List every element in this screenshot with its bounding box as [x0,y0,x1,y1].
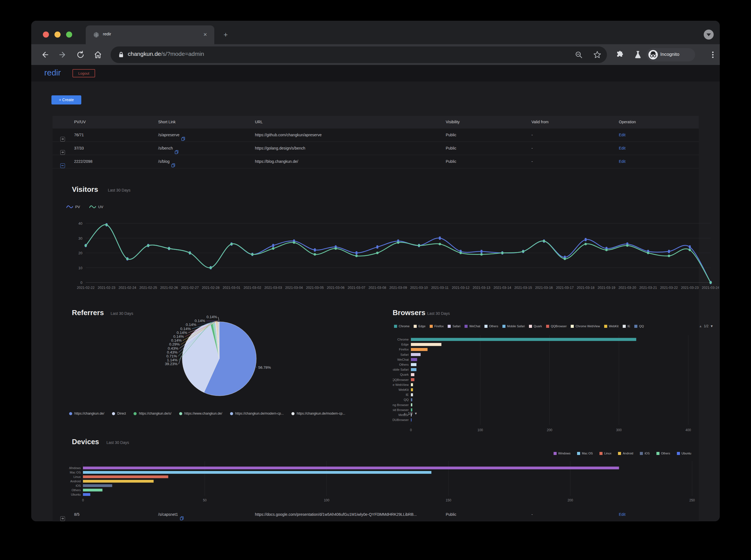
edit-link[interactable]: Edit [619,159,626,164]
legend-label: WebKit [609,324,618,328]
legend-swatch [656,452,659,455]
referrer-legend-item[interactable]: Direct [112,412,126,416]
short-link-cell: /s/bench [158,146,173,151]
legend-item-uv[interactable]: UV [89,205,103,209]
chart-text: 2021-03-23 [681,286,699,290]
screen: redir ✕ + [0,0,751,560]
device-legend-item[interactable]: Mac OS [577,452,593,455]
chart-text: Safari [400,353,409,356]
extensions-puzzle-icon[interactable] [615,50,624,59]
chart-text: IE [406,393,409,396]
chart-text: 2021-03-03 [264,286,282,290]
device-legend-item[interactable]: Windows [554,452,571,455]
legend-swatch [623,325,626,328]
device-legend-item[interactable]: Linux [599,452,611,455]
device-legend-item[interactable]: Others [656,452,670,455]
browser-tab[interactable]: redir ✕ [86,25,214,44]
browser-legend-item[interactable]: Firefox [430,324,444,328]
tab-close-icon[interactable]: ✕ [202,32,208,38]
legend-swatch [394,325,397,328]
menu-dots-icon[interactable] [709,50,716,59]
legend-dot [179,412,182,415]
browser-legend-item[interactable]: Others [485,324,498,328]
browsers-bar-chart: 0100200300400ChromeEdgeFirefoxSafariWeCh… [393,333,698,435]
chart-text: 2021-02-23 [98,286,115,290]
referrer-legend-item[interactable]: https://www.changkun.de/ [179,412,222,416]
chart-text: 100 [477,428,483,432]
browser-legend-item[interactable]: QQBrowser [546,324,567,328]
chart-text: 2021-03-04 [285,286,303,290]
url-cell: https://github.com/changkun/apreserve [255,133,321,137]
device-legend-item[interactable]: Android [618,452,633,455]
legend-dot [112,412,115,415]
chart-text: 0.14% [177,331,187,335]
device-legend-item[interactable]: iOS [640,452,650,455]
referrer-legend-item[interactable]: https://changkun.de/modern-cp... [292,412,345,416]
chart-text: 2021-02-22 [77,286,95,290]
chart-text: 2021-03-17 [556,286,574,290]
edit-link[interactable]: Edit [619,133,626,137]
chart-text: 2021-03-12 [452,286,470,290]
browser-legend-item[interactable]: WebKit [604,324,618,328]
chart-text: Linux [74,475,81,478]
copy-icon[interactable] [180,516,184,521]
chart-text: 200 [567,498,573,502]
logout-button[interactable]: Logout [73,69,95,77]
chart-text: BIDUBrowser [393,418,409,421]
edit-link[interactable]: Edit [619,512,626,517]
legend-swatch [546,325,549,328]
chart-text: 2021-03-11 [431,286,449,290]
flask-icon[interactable] [633,50,642,59]
referrer-legend-item[interactable]: https://changkun.de/ [69,412,104,416]
zoom-out-icon[interactable] [575,51,583,59]
chart-text: 0.14% [186,323,196,327]
copy-icon[interactable] [172,163,175,168]
chart-text: 0.14% [171,338,182,342]
page-down-icon[interactable]: ▼ [710,324,713,328]
visitors-line-chart: 0102030402021-02-222021-02-232021-02-242… [69,213,719,293]
referrer-legend-item[interactable]: https://changkun.de/modern-cp... [230,412,284,416]
home-icon[interactable] [94,50,102,59]
copy-icon[interactable] [175,150,178,155]
legend-swatch [502,325,506,328]
browser-legend-item[interactable]: QQ [634,324,644,328]
chart-text: 0 [410,428,412,432]
minimize-window-button[interactable] [55,32,61,38]
create-button[interactable]: + Create [52,95,81,104]
legend-swatch [640,452,643,455]
url-bar[interactable]: changkun.de/s/?mode=admin [111,46,607,63]
legend-label: Edge [418,324,426,328]
reload-icon[interactable] [76,50,85,59]
legend-label: Android [623,452,633,455]
browser-legend-item[interactable]: Edge [414,324,426,328]
copy-icon[interactable] [181,137,185,142]
browser-legend-item[interactable]: WeChat [465,324,480,328]
tab-search-button[interactable] [704,29,714,40]
legend-label: Ubuntu [681,452,691,455]
browser-legend-item[interactable]: Chrome WebView [571,324,600,328]
browser-legend-item[interactable]: Quark [529,324,542,328]
chart-text: 10 [79,266,82,270]
browser-legend-item[interactable]: Safari [448,324,460,328]
referrer-legend-item[interactable]: https://changkun.de/s/ [134,412,171,416]
chart-text: Firefox [399,348,409,351]
chart-text: Mac OS [70,471,81,474]
bookmark-star-icon[interactable] [593,51,601,59]
device-legend-item[interactable]: Ubuntu [677,452,691,455]
legend-swatch [677,452,680,455]
back-icon[interactable] [40,50,49,59]
forward-icon[interactable] [58,50,67,59]
chart-text: Ubuntu [71,493,81,496]
browser-legend-item[interactable]: Mobile Safari [502,324,525,328]
page-up-icon[interactable]: ▲ [699,324,702,328]
new-tab-button[interactable]: + [221,31,230,39]
close-window-button[interactable] [43,32,49,38]
edit-link[interactable]: Edit [619,146,626,151]
maximize-window-button[interactable] [66,32,72,38]
browser-legend-item[interactable]: IE [623,324,630,328]
browser-legend-item[interactable]: Chrome [394,324,410,328]
legend-item-pv[interactable]: PV [66,205,80,209]
chart-text: 2021-03-07 [348,286,365,290]
table-row: 8/5/s/capsnet1https://docs.google.com/pr… [53,508,699,521]
chart-text: QQ [404,398,409,401]
